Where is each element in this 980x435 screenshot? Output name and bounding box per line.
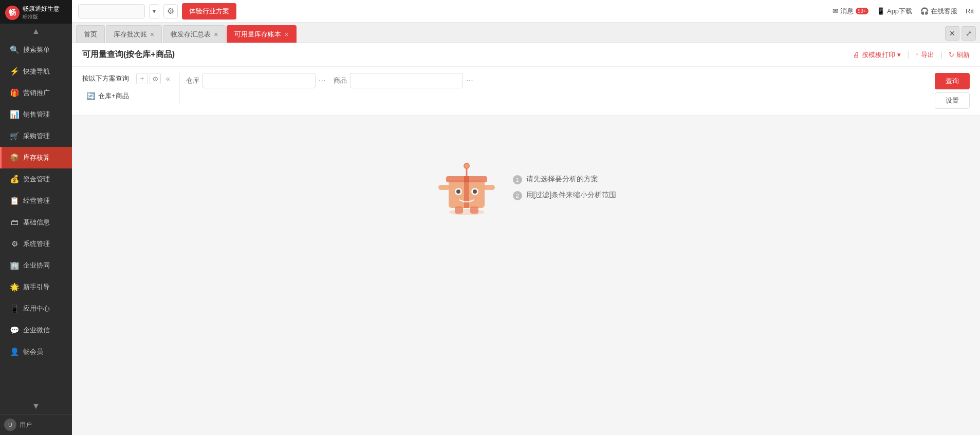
sidebar-item-member-label: 畅会员 bbox=[23, 347, 43, 356]
scheme-collapse-button[interactable]: « bbox=[163, 73, 173, 84]
svg-rect-12 bbox=[484, 185, 495, 190]
sidebar: 畅 畅康通好生意 标准版 ▲ 🔍 搜索菜单 ⚡ 快捷导航 🎁 营销推广 📊 销售… bbox=[0, 0, 72, 435]
query-fields: 仓库 ··· 商品 ··· bbox=[186, 73, 922, 88]
tab-receipt-summary-label: 收发存汇总表 bbox=[171, 30, 211, 39]
tab-receipt-summary-close[interactable]: × bbox=[214, 31, 218, 38]
topbar-actions: ✉ 消息 99+ 📱 App下载 🎧 在线客服 Rit bbox=[833, 7, 974, 16]
tab-available-ledger[interactable]: 可用量库存账本 × bbox=[227, 25, 296, 43]
topbar-search-input[interactable] bbox=[78, 4, 145, 18]
product-field: 商品 ··· bbox=[334, 73, 473, 88]
refresh-icon: ↻ bbox=[949, 51, 954, 59]
sidebar-item-finance[interactable]: 💰 资金管理 bbox=[0, 168, 72, 190]
gift-icon: 🎁 bbox=[10, 88, 19, 98]
tab-receipt-summary[interactable]: 收发存汇总表 × bbox=[163, 25, 226, 43]
svg-rect-4 bbox=[464, 180, 469, 208]
warehouse-input[interactable] bbox=[202, 73, 316, 88]
sidebar-item-operations[interactable]: 📋 经营管理 bbox=[0, 190, 72, 212]
tab-maximize-button[interactable]: ⤢ bbox=[961, 26, 976, 41]
sidebar-item-weixin[interactable]: 💬 企业微信 bbox=[0, 319, 72, 341]
query-actions: 查询 设置 bbox=[929, 73, 970, 109]
solution-button[interactable]: 体验行业方案 bbox=[182, 3, 236, 20]
sidebar-nav: 🔍 搜索菜单 ⚡ 快捷导航 🎁 营销推广 📊 销售管理 🛒 采购管理 📦 库存核… bbox=[0, 39, 72, 399]
export-button[interactable]: ↑ 导出 bbox=[915, 50, 934, 60]
sidebar-scroll-down[interactable]: ▼ bbox=[0, 399, 72, 414]
tab-available-ledger-label: 可用量库存账本 bbox=[234, 30, 281, 39]
sidebar-item-basic[interactable]: 🗃 基础信息 bbox=[0, 212, 72, 233]
refresh-label: 刷新 bbox=[956, 50, 970, 60]
app-download-label: App下载 bbox=[887, 7, 912, 16]
scheme-warehouse-product[interactable]: 🔄 仓库+商品 bbox=[82, 88, 173, 104]
tab-home[interactable]: 首页 bbox=[76, 25, 105, 43]
topbar-dropdown-button[interactable]: ▾ bbox=[149, 4, 159, 18]
sidebar-item-appcenter[interactable]: 📱 应用中心 bbox=[0, 298, 72, 319]
tab-batch-account-label: 库存批次账 bbox=[114, 30, 147, 39]
sidebar-item-operations-label: 经营管理 bbox=[23, 196, 50, 205]
product-input[interactable] bbox=[350, 73, 463, 88]
logo-icon: 畅 bbox=[5, 6, 20, 20]
sidebar-item-basic-label: 基础信息 bbox=[23, 218, 50, 227]
warehouse-label: 仓库 bbox=[186, 76, 199, 85]
sidebar-item-finance-label: 资金管理 bbox=[23, 175, 50, 184]
app-logo: 畅 畅康通好生意 标准版 bbox=[0, 0, 72, 24]
svg-rect-11 bbox=[438, 185, 450, 190]
sidebar-item-marketing[interactable]: 🎁 营销推广 bbox=[0, 82, 72, 104]
sidebar-item-system-label: 系统管理 bbox=[23, 239, 50, 249]
settings-button[interactable]: 设置 bbox=[935, 92, 970, 109]
svg-rect-14 bbox=[470, 206, 478, 214]
sidebar-item-sales[interactable]: 📊 销售管理 bbox=[0, 104, 72, 125]
sidebar-user-name: 用户 bbox=[20, 421, 32, 429]
export-icon: ↑ bbox=[915, 51, 919, 59]
topbar-settings-icon[interactable]: ⚙ bbox=[163, 4, 178, 18]
sidebar-item-inventory-label: 库存核算 bbox=[23, 153, 50, 162]
tab-close-all-button[interactable]: ✕ bbox=[945, 26, 959, 41]
tab-batch-account[interactable]: 库存批次账 × bbox=[106, 25, 162, 43]
sidebar-item-appcenter-label: 应用中心 bbox=[23, 304, 50, 313]
svg-point-0 bbox=[449, 209, 485, 215]
sidebar-item-member[interactable]: 👤 畅会员 bbox=[0, 341, 72, 363]
page-title: 可用量查询(按仓库+商品) bbox=[82, 49, 175, 60]
empty-illustration bbox=[436, 157, 497, 218]
query-scheme-panel: 按以下方案查询 ＋ ⊙ « 🔄 仓库+商品 bbox=[82, 73, 180, 104]
app-download-action[interactable]: 📱 App下载 bbox=[877, 7, 912, 16]
star-icon: 🌟 bbox=[10, 282, 19, 292]
clipboard-icon: 📋 bbox=[10, 196, 19, 205]
tab-batch-account-close[interactable]: × bbox=[150, 31, 154, 38]
headset-icon: 🎧 bbox=[920, 7, 929, 15]
print-button[interactable]: 🖨 按模板打印 ▾ bbox=[853, 50, 901, 60]
sidebar-item-enterprise[interactable]: 🏢 企业协同 bbox=[0, 255, 72, 276]
sidebar-item-search-label: 搜索菜单 bbox=[23, 45, 50, 54]
scheme-add-button[interactable]: ＋ bbox=[136, 73, 147, 84]
separator2: | bbox=[940, 50, 942, 60]
sidebar-scroll-up[interactable]: ▲ bbox=[0, 24, 72, 39]
sidebar-item-shortcut-label: 快捷导航 bbox=[23, 67, 50, 76]
scheme-settings-button[interactable]: ⊙ bbox=[150, 73, 161, 84]
sidebar-item-inventory[interactable]: 📦 库存核算 bbox=[0, 147, 72, 168]
sidebar-item-newbie[interactable]: 🌟 新手引导 bbox=[0, 276, 72, 298]
sidebar-item-purchase[interactable]: 🛒 采购管理 bbox=[0, 125, 72, 147]
refresh-button[interactable]: ↻ 刷新 bbox=[949, 50, 970, 60]
empty-tip-2: 2 用[过滤]条件来缩小分析范围 bbox=[513, 191, 617, 200]
page-content: 可用量查询(按仓库+商品) 🖨 按模板打印 ▾ | ↑ 导出 | ↻ 刷新 bbox=[72, 43, 980, 435]
app-version: 标准版 bbox=[23, 13, 60, 21]
separator1: | bbox=[907, 50, 909, 60]
page-header-actions: 🖨 按模板打印 ▾ | ↑ 导出 | ↻ 刷新 bbox=[853, 50, 970, 60]
sidebar-item-newbie-label: 新手引导 bbox=[23, 282, 50, 292]
sidebar-item-system[interactable]: ⚙ 系统管理 bbox=[0, 233, 72, 255]
empty-state: 1 请先选择要分析的方案 2 用[过滤]条件来缩小分析范围 bbox=[72, 116, 980, 259]
warehouse-more-icon[interactable]: ··· bbox=[319, 76, 325, 85]
online-service-action[interactable]: 🎧 在线客服 bbox=[920, 7, 957, 16]
svg-rect-13 bbox=[455, 206, 463, 214]
tip-num-1: 1 bbox=[513, 175, 522, 184]
message-action[interactable]: ✉ 消息 99+ bbox=[833, 7, 868, 16]
query-area: 按以下方案查询 ＋ ⊙ « 🔄 仓库+商品 仓库 bbox=[72, 67, 980, 116]
empty-tips: 1 请先选择要分析的方案 2 用[过滤]条件来缩小分析范围 bbox=[513, 175, 617, 200]
tab-available-ledger-close[interactable]: × bbox=[284, 31, 288, 38]
sidebar-item-enterprise-label: 企业协同 bbox=[23, 261, 50, 270]
sidebar-item-weixin-label: 企业微信 bbox=[23, 326, 50, 335]
sidebar-user-bottom[interactable]: U 用户 bbox=[0, 414, 72, 435]
query-button[interactable]: 查询 bbox=[935, 73, 970, 89]
sidebar-item-shortcut[interactable]: ⚡ 快捷导航 bbox=[0, 61, 72, 82]
product-more-icon[interactable]: ··· bbox=[466, 76, 473, 85]
sidebar-item-search[interactable]: 🔍 搜索菜单 bbox=[0, 39, 72, 61]
topbar-user[interactable]: Rit bbox=[966, 7, 974, 15]
